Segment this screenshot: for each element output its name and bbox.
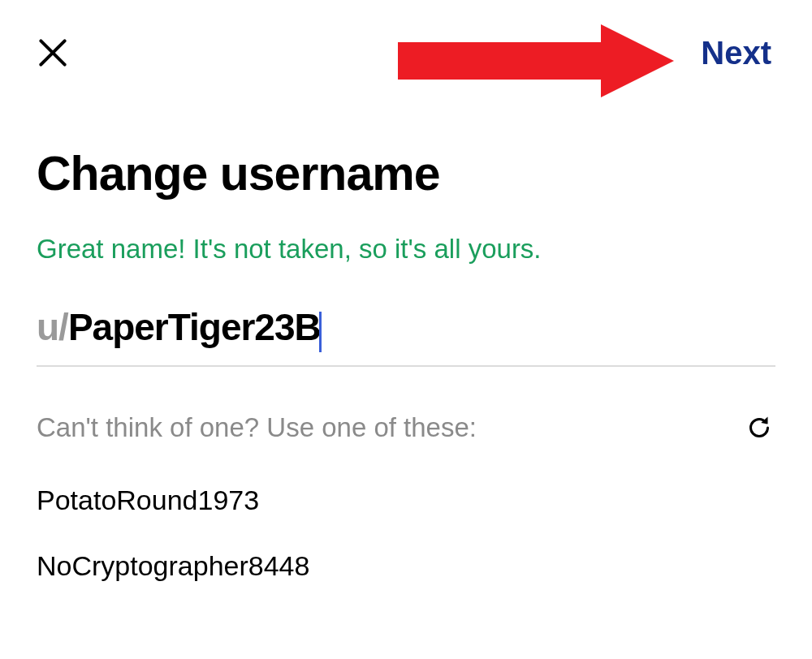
text-cursor (319, 312, 322, 352)
suggestions-header: Can't think of one? Use one of these: (37, 411, 775, 444)
username-prefix: u/ (37, 305, 68, 349)
username-status-message: Great name! It's not taken, so it's all … (37, 234, 775, 265)
username-suggestion[interactable]: PotatoRound1973 (37, 485, 775, 516)
header: Next (0, 0, 812, 89)
refresh-suggestions-button[interactable] (743, 411, 775, 444)
close-button[interactable] (32, 32, 73, 73)
close-icon (35, 35, 71, 71)
next-button[interactable]: Next (701, 35, 780, 71)
refresh-icon (745, 413, 774, 442)
page-title: Change username (37, 146, 775, 201)
main-content: Change username Great name! It's not tak… (0, 89, 812, 582)
username-input[interactable]: PaperTiger23B (68, 305, 775, 351)
suggestions-label: Can't think of one? Use one of these: (37, 412, 477, 443)
username-suggestion[interactable]: NoCryptographer8448 (37, 550, 775, 582)
username-field-row[interactable]: u/ PaperTiger23B (37, 305, 775, 367)
